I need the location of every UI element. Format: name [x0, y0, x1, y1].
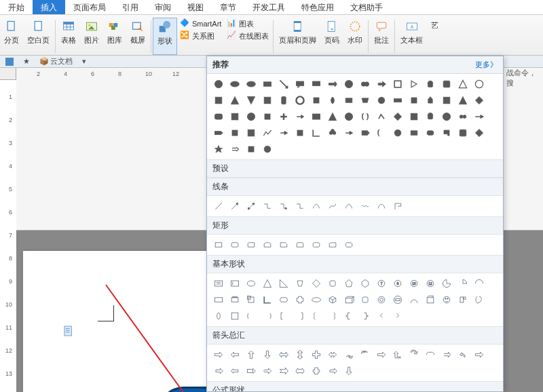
- shape-option[interactable]: [374, 109, 389, 124]
- shape-option[interactable]: [374, 292, 389, 307]
- shape-option[interactable]: [260, 199, 275, 214]
- shape-option[interactable]: [341, 199, 356, 214]
- shape-option[interactable]: [358, 125, 373, 140]
- ribbon-screenshot[interactable]: 截屏: [126, 18, 149, 55]
- shape-option[interactable]: [472, 276, 487, 291]
- shape-option[interactable]: [227, 292, 242, 307]
- tab-review[interactable]: 审阅: [147, 0, 179, 14]
- shape-option[interactable]: [276, 199, 291, 214]
- shape-option[interactable]: [309, 125, 324, 140]
- shape-option[interactable]: [260, 109, 275, 124]
- shape-option[interactable]: 10: [407, 276, 422, 291]
- ribbon-paging[interactable]: 分页: [0, 18, 23, 55]
- shape-option[interactable]: [374, 199, 389, 214]
- shape-option[interactable]: [276, 309, 291, 324]
- shape-option[interactable]: [341, 237, 356, 252]
- shape-option[interactable]: [260, 309, 275, 324]
- shape-option[interactable]: [293, 109, 307, 124]
- shape-option[interactable]: [325, 292, 340, 307]
- shape-option[interactable]: [227, 109, 242, 124]
- ribbon-table[interactable]: 表格: [57, 18, 80, 55]
- shape-option[interactable]: [227, 309, 242, 324]
- shape-option[interactable]: [358, 199, 373, 214]
- shape-option[interactable]: [211, 364, 226, 378]
- tab-start[interactable]: 开始: [0, 0, 33, 14]
- shape-option[interactable]: [358, 93, 373, 108]
- shape-option[interactable]: [325, 199, 340, 214]
- shape-option[interactable]: [374, 347, 389, 362]
- ribbon-comment[interactable]: 批注: [370, 18, 393, 55]
- shape-option[interactable]: [325, 309, 340, 324]
- shape-option[interactable]: [341, 125, 356, 140]
- document-page[interactable]: [23, 251, 206, 393]
- shape-option[interactable]: [358, 276, 373, 291]
- shape-option[interactable]: [455, 292, 470, 307]
- shape-option[interactable]: [227, 276, 242, 291]
- shape-option[interactable]: [260, 276, 275, 291]
- shape-option[interactable]: [293, 347, 307, 362]
- tab-view[interactable]: 视图: [179, 0, 212, 14]
- shape-option[interactable]: [276, 93, 291, 108]
- shape-option[interactable]: [309, 199, 324, 214]
- shape-option[interactable]: [244, 309, 259, 324]
- shape-option[interactable]: [293, 93, 307, 108]
- ribbon-online-chart[interactable]: 📈在线图表: [224, 30, 272, 42]
- ribbon-page-number[interactable]: # 页码: [320, 18, 343, 55]
- shape-option[interactable]: [211, 77, 226, 92]
- shape-option[interactable]: [211, 347, 226, 362]
- shape-option[interactable]: [211, 292, 226, 307]
- shape-option[interactable]: [244, 292, 259, 307]
- shape-option[interactable]: [423, 347, 438, 362]
- shape-option[interactable]: [423, 109, 438, 124]
- shape-option[interactable]: 8: [390, 276, 405, 291]
- shape-option[interactable]: [439, 276, 454, 291]
- shape-option[interactable]: [407, 109, 422, 124]
- shape-option[interactable]: [244, 93, 259, 108]
- shape-option[interactable]: [455, 125, 470, 140]
- shape-option[interactable]: [423, 77, 438, 92]
- ribbon-textbox[interactable]: A 文本框: [396, 18, 427, 55]
- ribbon-smartart[interactable]: 🔷SmartArt: [177, 18, 224, 30]
- shape-option[interactable]: [341, 77, 356, 92]
- shape-option[interactable]: [276, 77, 291, 92]
- shape-option[interactable]: [244, 125, 259, 140]
- shape-option[interactable]: [276, 125, 291, 140]
- shape-option[interactable]: [309, 309, 324, 324]
- shape-option[interactable]: [244, 77, 259, 92]
- shape-option[interactable]: [260, 347, 275, 362]
- shape-option[interactable]: [374, 77, 389, 92]
- shape-option[interactable]: [325, 125, 340, 140]
- shape-option[interactable]: [211, 93, 226, 108]
- shape-option[interactable]: [390, 77, 405, 92]
- shape-option[interactable]: [439, 292, 454, 307]
- shape-option[interactable]: [341, 364, 356, 378]
- shape-option[interactable]: [325, 77, 340, 92]
- shape-option[interactable]: 12: [423, 276, 438, 291]
- shape-option[interactable]: [276, 347, 291, 362]
- shape-option[interactable]: [211, 142, 226, 157]
- shape-option[interactable]: [293, 309, 307, 324]
- tab-special[interactable]: 特色应用: [293, 0, 342, 14]
- shape-option[interactable]: [325, 237, 340, 252]
- shape-option[interactable]: [293, 276, 307, 291]
- shape-option[interactable]: [276, 276, 291, 291]
- shape-option[interactable]: [293, 199, 307, 214]
- shape-option[interactable]: [309, 292, 324, 307]
- ribbon-chart[interactable]: 📊图表: [224, 18, 272, 30]
- shape-option[interactable]: [309, 237, 324, 252]
- shape-option[interactable]: [423, 292, 438, 307]
- quickbar-color[interactable]: [3, 58, 16, 66]
- shape-option[interactable]: [227, 142, 242, 157]
- shape-option[interactable]: [390, 109, 405, 124]
- panel-more-link[interactable]: 更多》: [475, 60, 498, 70]
- shape-option[interactable]: [407, 77, 422, 92]
- shape-option[interactable]: [358, 309, 373, 324]
- shape-option[interactable]: [260, 125, 275, 140]
- shape-option[interactable]: [293, 125, 307, 140]
- ribbon-relation[interactable]: 🔀关系图: [177, 30, 224, 42]
- shape-option[interactable]: [439, 347, 454, 362]
- shape-option[interactable]: [244, 109, 259, 124]
- shape-option[interactable]: [260, 364, 275, 378]
- shape-option[interactable]: [309, 276, 324, 291]
- shape-option[interactable]: [374, 93, 389, 108]
